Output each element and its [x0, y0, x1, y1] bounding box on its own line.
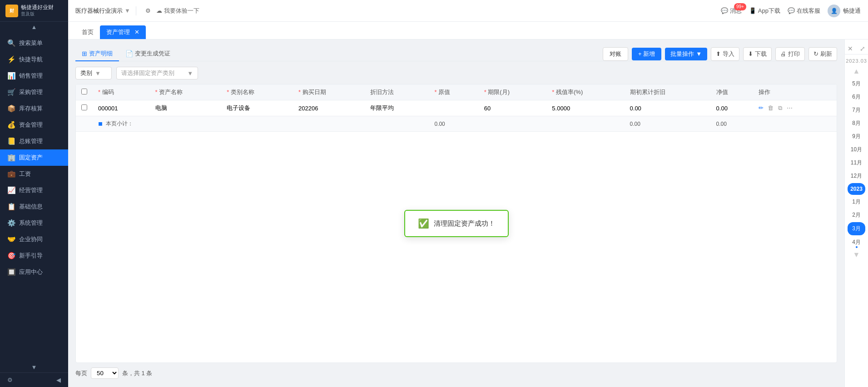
experience-btn[interactable]: ☁ 我要体验一下 [156, 7, 199, 15]
month-7[interactable]: 7月 [845, 104, 868, 117]
print-btn[interactable]: 🖨 打印 [775, 47, 805, 61]
panel-scroll-up[interactable]: ▲ [851, 65, 862, 77]
sidebar-item-app_center[interactable]: 🔲 应用中心 [0, 264, 68, 280]
select-all-checkbox[interactable] [81, 89, 87, 94]
sidebar-item-label-funds: 资金管理 [19, 121, 43, 129]
delete-icon[interactable]: 🗑 [768, 104, 774, 111]
tab-close-icon[interactable]: ✕ [134, 29, 139, 35]
refresh-icon: ↻ [813, 50, 818, 57]
cell-net-value: 0.00 [711, 100, 753, 116]
sidebar-item-funds[interactable]: 💰 资金管理 [0, 117, 68, 133]
import-icon: ⬆ [716, 50, 721, 57]
sidebar-item-basic_info[interactable]: 📋 基础信息 [0, 198, 68, 215]
topbar: 医疗器械行业演示 ▼ ⚙ ☁ 我要体验一下 💬 消息 99+ 📱 App下载 💬… [68, 0, 868, 22]
topbar-right: 💬 消息 99+ 📱 App下载 💬 在线客服 👤 畅捷通 [721, 5, 861, 17]
month-5[interactable]: 5月 [845, 77, 868, 90]
message-btn[interactable]: 💬 消息 99+ [721, 7, 742, 15]
batch-dropdown-icon: ▼ [696, 50, 702, 57]
sub-tab-change-voucher[interactable]: 📄 变更生成凭证 [119, 47, 177, 61]
panel-expand-icon[interactable]: ⤢ [860, 45, 865, 52]
month-4[interactable]: 4月 [845, 236, 868, 249]
sidebar-item-fixed_assets[interactable]: 🏢 固定资产 [0, 149, 68, 166]
sidebar-item-label-system: 系统管理 [19, 219, 43, 227]
company-selector[interactable]: 医疗器械行业演示 ▼ [75, 7, 130, 15]
toast-message: 清理固定资产成功！ [434, 219, 495, 228]
sidebar-item-purchase[interactable]: 🛒 采购管理 [0, 84, 68, 100]
sales-icon: 📊 [7, 72, 15, 80]
header-name: 资产名称 [150, 84, 222, 100]
asset-table: 编码 资产名称 类别名称 购买日期 折旧方法 原值 期限(月) 残值率(%) 期… [75, 84, 837, 363]
month-11[interactable]: 11月 [845, 156, 868, 169]
sidebar-item-inventory[interactable]: 📦 库存核算 [0, 100, 68, 117]
right-panel: ✕ ⤢ 2023.03 ▲ 5月 6月 7月 8月 9月 10月 11月 12月… [844, 40, 868, 387]
topbar-gear-icon[interactable]: ⚙ [145, 7, 151, 14]
batch-ops-btn[interactable]: 批量操作 ▼ [665, 48, 707, 60]
sidebar-item-enterprise[interactable]: 🤝 企业协同 [0, 231, 68, 248]
sidebar-item-label-fixed_assets: 固定资产 [19, 154, 43, 162]
tab-asset-management[interactable]: 资产管理 ✕ [100, 25, 146, 39]
sidebar-item-label-app_center: 应用中心 [19, 268, 43, 276]
cell-depreciation-method: 年限平均 [365, 100, 429, 116]
search-icon: 🔍 [7, 39, 15, 47]
month-6[interactable]: 6月 [845, 90, 868, 104]
reconcile-btn[interactable]: 对账 [603, 47, 628, 61]
cell-initial-accumulated: 0.00 [625, 100, 711, 116]
month-9[interactable]: 9月 [845, 130, 868, 143]
month-12[interactable]: 12月 [845, 169, 868, 183]
month-1[interactable]: 1月 [845, 195, 868, 208]
category-select[interactable]: 类别 ▼ [75, 67, 112, 79]
sidebar-item-label-basic_info: 基础信息 [19, 203, 43, 211]
download-icon: ⬇ [748, 50, 753, 57]
year-2023-badge[interactable]: 2023 [848, 183, 865, 195]
filter-dropdown-icon: ▼ [95, 70, 101, 77]
sidebar-item-sales[interactable]: 📊 销售管理 [0, 68, 68, 84]
month-2[interactable]: 2月 [845, 208, 868, 222]
sidebar-item-label-sales: 销售管理 [19, 72, 43, 80]
download-btn[interactable]: ⬇ 下载 [743, 47, 772, 61]
collapse-icon[interactable]: ◀ [56, 377, 61, 383]
app-download-btn[interactable]: 📱 App下载 [749, 7, 780, 15]
panel-close-icon[interactable]: ✕ [848, 45, 853, 52]
refresh-btn[interactable]: ↻ 刷新 [808, 47, 837, 61]
import-btn[interactable]: ⬆ 导入 [711, 47, 739, 61]
edit-icon[interactable]: ✏ [759, 104, 764, 111]
toast-check-icon: ✅ [418, 218, 429, 229]
sidebar-item-payroll[interactable]: 💼 工资 [0, 166, 68, 182]
header-code: 编码 [93, 84, 150, 100]
month-10[interactable]: 10月 [845, 143, 868, 156]
more-icon[interactable]: ⋯ [787, 104, 793, 111]
sidebar-item-quick_nav[interactable]: ⚡ 快捷导航 [0, 51, 68, 68]
tab-home[interactable]: 首页 [75, 25, 100, 39]
sidebar-item-guide[interactable]: 🎯 新手引导 [0, 248, 68, 264]
sidebar-scroll-down[interactable]: ▼ [0, 362, 68, 372]
sidebar-scroll-up[interactable]: ▲ [0, 22, 68, 32]
new-btn[interactable]: + 新增 [632, 48, 661, 60]
sidebar-nav: 🔍 搜索菜单 ⚡ 快捷导航 📊 销售管理 🛒 采购管理 📦 库存核算 💰 资金管… [0, 32, 68, 362]
main-area: 医疗器械行业演示 ▼ ⚙ ☁ 我要体验一下 💬 消息 99+ 📱 App下载 💬… [68, 0, 868, 387]
settings-icon[interactable]: ⚙ [7, 377, 13, 383]
page-tabs: 首页 资产管理 ✕ [68, 22, 868, 40]
online-service-btn[interactable]: 💬 在线客服 [788, 7, 820, 15]
sidebar-item-operations[interactable]: 📈 经营管理 [0, 182, 68, 198]
cell-action: ✏ 🗑 ⧉ ⋯ [753, 100, 837, 116]
sidebar-item-ledger[interactable]: 📒 总账管理 [0, 133, 68, 149]
content: ⊞ 资产明细 📄 变更生成凭证 对账 + 新增 批量操作 [68, 40, 868, 387]
payroll-icon: 💼 [7, 170, 15, 178]
sidebar-item-system[interactable]: ⚙️ 系统管理 [0, 215, 68, 231]
per-page-select[interactable]: 50 100 200 [91, 367, 119, 379]
month-8[interactable]: 8月 [845, 117, 868, 130]
row-checkbox-cell [76, 100, 93, 116]
copy-icon[interactable]: ⧉ [778, 104, 782, 111]
panel-scroll-down[interactable]: ▼ [851, 249, 862, 261]
subtotal-row: ◼ 本页小计： 0.00 0.00 0.00 [76, 116, 837, 132]
guide-icon: 🎯 [7, 252, 15, 260]
category-input[interactable]: 请选择固定资产类别 ▼ [116, 67, 198, 79]
user-menu[interactable]: 👤 畅捷通 [828, 5, 861, 17]
year-label: 2023.03 [843, 56, 868, 65]
sub-tab-asset-detail[interactable]: ⊞ 资产明细 [75, 47, 119, 61]
sidebar-item-search[interactable]: 🔍 搜索菜单 [0, 35, 68, 51]
row-checkbox[interactable] [81, 104, 87, 110]
month-3-active[interactable]: 3月 [848, 222, 865, 235]
header-purchase-date: 购买日期 [293, 84, 365, 100]
message-icon: 💬 [721, 7, 728, 14]
